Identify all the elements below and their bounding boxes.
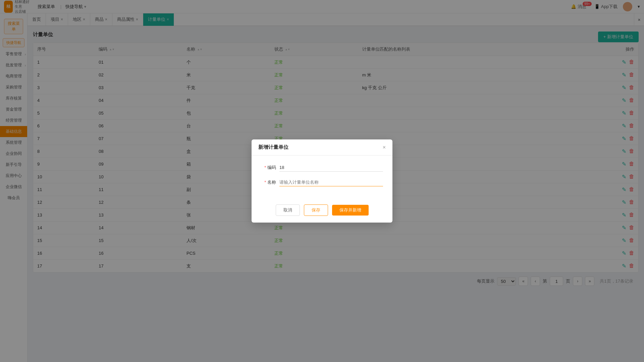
code-label: * 编码 <box>261 165 279 171</box>
form-row-name: * 名称 <box>261 178 383 186</box>
modal-header: 新增计量单位 × <box>252 139 392 156</box>
modal-body: * 编码 * 名称 <box>252 156 392 200</box>
form-row-code: * 编码 <box>261 164 383 172</box>
modal-footer: 取消 保存 保存并新增 <box>252 200 392 223</box>
code-input[interactable] <box>279 164 383 172</box>
save-and-new-btn[interactable]: 保存并新增 <box>332 205 369 216</box>
modal-title: 新增计量单位 <box>258 144 288 150</box>
name-label: * 名称 <box>261 179 279 185</box>
name-required-star: * <box>264 180 267 185</box>
add-measure-unit-modal: 新增计量单位 × * 编码 * 名称 取消 保存 保存并新增 <box>252 139 392 223</box>
name-input[interactable] <box>279 178 383 186</box>
cancel-btn[interactable]: 取消 <box>276 204 300 216</box>
code-required-star: * <box>264 165 267 170</box>
modal-close-btn[interactable]: × <box>383 144 386 150</box>
save-btn[interactable]: 保存 <box>304 204 328 216</box>
modal-overlay[interactable]: 新增计量单位 × * 编码 * 名称 取消 保存 保存并新增 <box>0 0 644 362</box>
